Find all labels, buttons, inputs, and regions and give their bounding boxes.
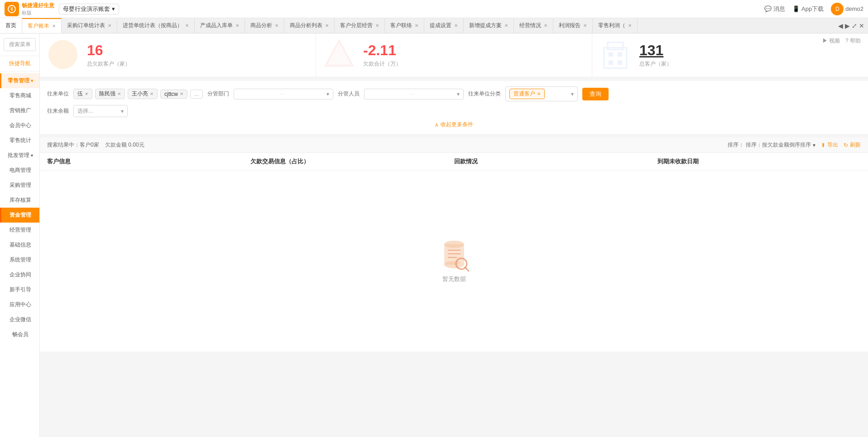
dept-filter-label: 分管部门 xyxy=(207,90,229,98)
tab-product-analysis-list[interactable]: 商品分析列表 ✕ xyxy=(284,18,335,33)
sidebar-item-enterprise-collab[interactable]: 企业协同 xyxy=(0,267,39,282)
sidebar-item-enterprise-wechat[interactable]: 企业微信 xyxy=(0,312,39,327)
sidebar-item-operations[interactable]: 经营管理 xyxy=(0,223,39,238)
top-bar-right: 💬 消息 📱 App下载 D demo2 xyxy=(764,3,863,15)
app-download-button[interactable]: 📱 App下载 xyxy=(792,5,824,13)
question-icon: ? xyxy=(845,38,849,44)
stat-label-debt: 欠款合计（万） xyxy=(363,60,401,68)
balance-filter-select[interactable]: 选择... ▾ xyxy=(73,105,128,117)
tab-close-icon[interactable]: ✕ xyxy=(235,23,239,28)
tab-purchase-order[interactable]: 采购订单统计表 ✕ xyxy=(62,18,117,33)
sidebar-item-inventory[interactable]: 库存核算 xyxy=(0,193,39,208)
person-filter-select[interactable]: ··· ▾ xyxy=(364,89,464,100)
filter-tag-close-2[interactable]: ✕ xyxy=(150,91,153,96)
tab-close-icon[interactable]: ✕ xyxy=(454,23,458,28)
sidebar-item-app-center[interactable]: 应用中心 xyxy=(0,297,39,312)
filter-tag-close-0[interactable]: ✕ xyxy=(85,91,88,96)
table-header: 客户信息 欠款交易信息（占比） 回款情况 到期未收款日期 xyxy=(40,153,868,171)
refresh-icon: ↻ xyxy=(844,142,848,148)
stat-info-total: 131 总客户（家） xyxy=(639,43,672,68)
tab-add-commission[interactable]: 新增提成方案 ✕ xyxy=(464,18,514,33)
tab-production-inbound[interactable]: 产成品入库单 ✕ xyxy=(195,18,245,33)
sidebar-item-finance[interactable]: 资金管理 xyxy=(0,208,39,223)
table-wrapper: 客户信息 欠款交易信息（占比） 回款情况 到期未收款日期 xyxy=(40,153,868,352)
tab-home[interactable]: 首页 xyxy=(0,18,22,33)
user-avatar[interactable]: D demo2 xyxy=(831,3,863,15)
tab-close-icon[interactable]: ✕ xyxy=(544,23,547,28)
tab-close-icon[interactable]: ✕ xyxy=(628,23,632,28)
sort-select[interactable]: 排序： 排序：按欠款金额倒序排序 ▾ xyxy=(728,141,815,149)
sidebar: 搜索菜单 快捷导航 零售管理 ▾ 零售商城 营销推广 会员中心 零售统计 批发管… xyxy=(0,33,40,437)
sidebar-item-basic-info[interactable]: 基础信息 xyxy=(0,238,39,252)
sidebar-item-chang-member[interactable]: 畅会员 xyxy=(0,327,39,342)
filter-row-1: 往来单位 伍 ✕ 陈民强 ✕ 王小亮 ✕ cjttcw xyxy=(47,86,861,101)
table-col-debt: 欠款交易信息（占比） xyxy=(250,157,454,166)
tab-close-icon[interactable]: ✕ xyxy=(375,23,379,28)
video-help-btn[interactable]: ▶ 视频 xyxy=(822,37,840,45)
tabs-prev-icon[interactable]: ◀ xyxy=(838,22,843,29)
tab-close-icon[interactable]: ✕ xyxy=(275,23,278,28)
svg-line-20 xyxy=(465,267,469,271)
download-icon: 📱 xyxy=(792,5,800,12)
search-result-actions: 排序： 排序：按欠款金额倒序排序 ▾ ⬆ 导出 ↻ 刷新 xyxy=(728,141,861,149)
sidebar-item-marketing[interactable]: 营销推广 xyxy=(0,103,39,118)
unit-type-filter-select[interactable]: 普通客户 ✕ ▾ xyxy=(505,86,578,101)
tab-close-icon[interactable]: ✕ xyxy=(504,23,508,28)
sidebar-item-purchase[interactable]: 采购管理 xyxy=(0,178,39,193)
tab-purchase-stats[interactable]: 进货单统计表（按商品） ✕ xyxy=(117,18,195,33)
tab-retail-profit[interactable]: 零售利润（ ✕ xyxy=(593,18,638,33)
account-selector[interactable]: 母婴行业演示账套 ▾ xyxy=(59,4,119,14)
dept-filter-select[interactable]: ··· ▾ xyxy=(234,89,333,100)
filter-tag-close-3[interactable]: ✕ xyxy=(180,91,183,96)
unit-filter-label: 往来单位 xyxy=(47,90,69,98)
tabs-expand-icon[interactable]: ⤢ xyxy=(852,22,857,29)
tabs-next-icon[interactable]: ▶ xyxy=(845,22,850,29)
sidebar-item-system[interactable]: 系统管理 xyxy=(0,252,39,267)
sidebar-item-membership[interactable]: 会员中心 xyxy=(0,118,39,133)
export-button[interactable]: ⬆ 导出 xyxy=(821,141,838,149)
tab-close-icon[interactable]: ✕ xyxy=(325,23,329,28)
search-menu-button[interactable]: 搜索菜单 xyxy=(4,38,36,51)
person-more-icon: ··· xyxy=(410,91,414,97)
refresh-button[interactable]: ↻ 刷新 xyxy=(844,141,861,149)
filter-more-button[interactable]: ... xyxy=(190,90,203,99)
svg-rect-6 xyxy=(604,48,627,68)
sidebar-item-retail-stats[interactable]: 零售统计 xyxy=(0,133,39,148)
logo-text: 畅捷通好生意 标版 xyxy=(22,2,54,16)
stat-value-customers: 16 xyxy=(87,43,130,58)
tab-commission-settings[interactable]: 提成设置 ✕ xyxy=(424,18,464,33)
filter-tag-2: 王小亮 ✕ xyxy=(128,89,158,99)
tab-close-icon[interactable]: ✕ xyxy=(52,24,56,28)
unit-type-tag-close[interactable]: ✕ xyxy=(537,91,541,96)
tab-customer-segmentation[interactable]: 客户分层经营 ✕ xyxy=(335,18,385,33)
tab-product-analysis[interactable]: 商品分析 ✕ xyxy=(245,18,284,33)
message-button[interactable]: 💬 消息 xyxy=(764,5,785,13)
avatar-icon: D xyxy=(831,3,844,15)
tab-close-icon[interactable]: ✕ xyxy=(415,23,418,28)
sidebar-item-retail-management[interactable]: 零售管理 ▾ xyxy=(0,73,39,88)
sidebar-item-ecommerce[interactable]: 电商管理 xyxy=(0,163,39,178)
tab-profit-report[interactable]: 利润报告 ✕ xyxy=(553,18,593,33)
query-button[interactable]: 查询 xyxy=(582,88,609,100)
tabs-close-all-icon[interactable]: ✕ xyxy=(859,22,864,29)
sidebar-item-new-guide[interactable]: 新手引导 xyxy=(0,282,39,297)
chevron-up-icon: ∧ xyxy=(435,122,439,128)
tab-customer-contact[interactable]: 客户联络 ✕ xyxy=(385,18,424,33)
tab-operations[interactable]: 经营情况 ✕ xyxy=(514,18,553,33)
chevron-down-icon: ▾ xyxy=(112,5,115,12)
tab-customer-ledger[interactable]: 客户账本 ✕ xyxy=(22,18,62,33)
sidebar-item-wholesale[interactable]: 批发管理 ▾ xyxy=(0,148,39,163)
filter-bar: 往来单位 伍 ✕ 陈民强 ✕ 王小亮 ✕ cjttcw xyxy=(40,81,868,134)
tabs-bar: 首页 客户账本 ✕ 采购订单统计表 ✕ 进货单统计表（按商品） ✕ 产成品入库单… xyxy=(0,18,868,33)
tab-close-icon[interactable]: ✕ xyxy=(583,23,587,28)
filter-tag-close-1[interactable]: ✕ xyxy=(117,91,121,96)
tab-close-icon[interactable]: ✕ xyxy=(108,23,111,28)
collapse-button[interactable]: ∧ 收起更多条件 xyxy=(47,121,861,128)
tabs-end-controls: ◀ ▶ ⤢ ✕ xyxy=(834,22,868,29)
sidebar-item-retail-mall[interactable]: 零售商城 xyxy=(0,88,39,103)
tab-close-icon[interactable]: ✕ xyxy=(185,23,189,28)
quick-nav-button[interactable]: 快捷导航 xyxy=(0,56,39,71)
table-col-due-date: 到期未收款日期 xyxy=(657,157,861,166)
help-btn[interactable]: ? 帮助 xyxy=(845,37,861,45)
filter-tags: 伍 ✕ 陈民强 ✕ 王小亮 ✕ cjttcw ✕ ... xyxy=(73,89,203,99)
